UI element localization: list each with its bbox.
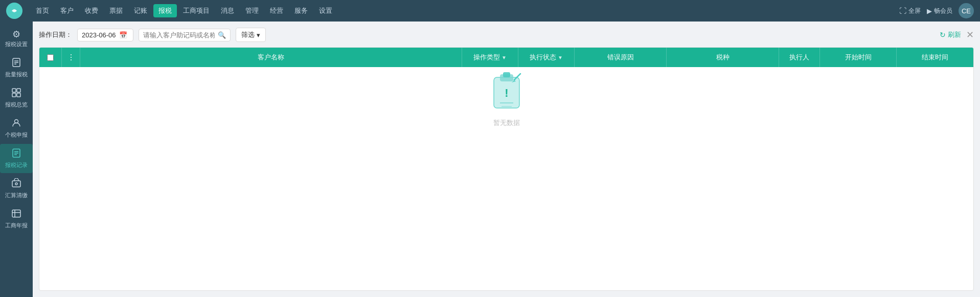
nav-item-fee[interactable]: 收费: [80, 4, 103, 17]
sidebar-item-tax-settings[interactable]: ⚙ 报税设置: [0, 26, 33, 52]
table-scroll-area: ! 暂无数据: [39, 67, 973, 290]
svg-rect-6: [17, 89, 20, 92]
annual-icon: [11, 208, 21, 220]
sidebar: ⚙ 报税设置 批量报税: [0, 22, 33, 297]
date-input[interactable]: 2023-06-06 📅: [77, 29, 133, 41]
nav-item-operation[interactable]: 经营: [265, 4, 288, 17]
refresh-btn[interactable]: ↻ 刷新: [940, 30, 961, 39]
svg-point-15: [15, 183, 17, 185]
member-label: 畅会员: [934, 7, 952, 15]
empty-text: 暂无数据: [493, 118, 520, 128]
toolbar: 操作日期： 2023-06-06 📅 🔍 筛选 ▾ ↻ 刷新 ✕: [39, 28, 974, 42]
th-executor: 执行人: [779, 48, 820, 67]
nav-item-settings[interactable]: 设置: [314, 4, 337, 17]
th-start-label: 开始时间: [845, 53, 872, 62]
th-taxtype: 税种: [667, 48, 779, 67]
svg-rect-5: [12, 89, 16, 92]
nav-items: 首页 客户 收费 票据 记账 报税 工商项目 消息 管理 经营 服务 设置: [31, 4, 899, 17]
th-status: 执行状态 ▼: [518, 48, 575, 67]
svg-rect-8: [17, 93, 20, 97]
sidebar-item-tax-records[interactable]: 报税记录: [0, 144, 33, 173]
fullscreen-icon: ⛶: [899, 7, 906, 15]
sidebar-item-label-batch-tax: 批量报税: [5, 71, 28, 78]
sidebar-item-label-settlement: 汇算清缴: [5, 192, 28, 199]
th-checkbox[interactable]: [39, 48, 62, 67]
date-value: 2023-06-06: [82, 31, 116, 39]
batch-tax-icon: [11, 57, 21, 69]
svg-rect-16: [12, 210, 20, 217]
fullscreen-label: 全屏: [908, 7, 921, 15]
th-end-label: 结束时间: [922, 53, 948, 62]
nav-item-manage[interactable]: 管理: [240, 4, 264, 17]
nav-item-bookkeeping[interactable]: 记账: [129, 4, 152, 17]
th-executor-label: 执行人: [789, 53, 809, 62]
th-taxtype-label: 税种: [716, 53, 730, 62]
empty-state: ! 暂无数据: [39, 67, 973, 128]
nav-item-business[interactable]: 工商项目: [178, 4, 215, 17]
svg-text:!: !: [505, 87, 508, 99]
content-area: 操作日期： 2023-06-06 📅 🔍 筛选 ▾ ↻ 刷新 ✕: [33, 22, 980, 297]
sidebar-item-label-tax-records: 报税记录: [5, 161, 28, 169]
nav-item-message[interactable]: 消息: [216, 4, 239, 17]
filter-label: 筛选: [241, 30, 255, 39]
chevron-down-icon: ▾: [257, 31, 260, 39]
th-optype-label: 操作类型: [473, 53, 500, 62]
sort-icon-optype: ▼: [502, 55, 507, 60]
sidebar-item-label-tax-settings: 报税设置: [5, 40, 28, 48]
sidebar-item-label-tax-overview: 报税总览: [5, 101, 28, 109]
th-start: 开始时间: [820, 48, 897, 67]
calendar-icon: 📅: [119, 31, 127, 39]
th-settings[interactable]: [62, 48, 80, 67]
search-input-wrapper[interactable]: 🔍: [139, 29, 231, 41]
filter-btn[interactable]: 筛选 ▾: [236, 28, 266, 42]
nav-item-client[interactable]: 客户: [55, 4, 79, 17]
nav-item-service[interactable]: 服务: [289, 4, 313, 17]
svg-rect-14: [12, 181, 20, 187]
empty-illustration: !: [484, 67, 530, 118]
sidebar-item-label-annual-report: 工商年报: [5, 222, 28, 229]
table-wrapper: 客户名称 操作类型 ▼ 执行状态 ▼ 错误原因 税种 执行人: [39, 47, 974, 291]
sidebar-item-label-personal-tax: 个税申报: [5, 131, 28, 139]
th-error-label: 错误原因: [607, 53, 634, 62]
th-error: 错误原因: [575, 48, 667, 67]
refresh-label: 刷新: [948, 30, 961, 39]
th-client-label: 客户名称: [258, 53, 284, 62]
th-status-label: 执行状态: [530, 53, 556, 62]
sort-icon-status: ▼: [558, 55, 563, 60]
svg-rect-7: [12, 93, 16, 97]
sidebar-item-settlement[interactable]: 汇算清缴: [0, 174, 33, 203]
th-optype: 操作类型 ▼: [462, 48, 518, 67]
settlement-icon: [11, 178, 21, 190]
sidebar-item-personal-tax[interactable]: 个税申报: [0, 114, 33, 143]
records-icon: [11, 148, 21, 160]
sidebar-item-batch-tax[interactable]: 批量报税: [0, 53, 33, 82]
avatar[interactable]: CE: [959, 3, 974, 18]
overview-icon: [11, 88, 21, 99]
fullscreen-btn[interactable]: ⛶ 全屏: [899, 7, 921, 15]
table-header: 客户名称 操作类型 ▼ 执行状态 ▼ 错误原因 税种 执行人: [39, 48, 973, 67]
th-client: 客户名称: [80, 48, 462, 67]
logo[interactable]: [6, 3, 22, 19]
sidebar-item-annual-report[interactable]: 工商年报: [0, 204, 33, 234]
top-nav: 首页 客户 收费 票据 记账 报税 工商项目 消息 管理 经营 服务 设置 ⛶ …: [0, 0, 980, 22]
member-icon: ▶: [927, 7, 932, 15]
right-actions: ⛶ 全屏 ▶ 畅会员 CE: [899, 3, 974, 18]
th-end: 结束时间: [897, 48, 973, 67]
settings-icon: ⚙: [12, 30, 20, 39]
nav-item-tax[interactable]: 报税: [153, 4, 177, 17]
member-btn[interactable]: ▶ 畅会员: [927, 7, 952, 15]
date-label: 操作日期：: [39, 30, 72, 39]
select-all-checkbox[interactable]: [47, 54, 54, 61]
close-btn[interactable]: ✕: [966, 30, 974, 39]
personal-icon: [11, 118, 21, 130]
nav-item-home[interactable]: 首页: [31, 4, 54, 17]
sidebar-item-tax-overview[interactable]: 报税总览: [0, 83, 33, 113]
nav-item-invoice[interactable]: 票据: [104, 4, 128, 17]
search-input[interactable]: [143, 31, 215, 39]
svg-rect-22: [503, 72, 510, 77]
column-settings-icon: [67, 53, 75, 61]
main-layout: ⚙ 报税设置 批量报税: [0, 22, 980, 297]
search-icon: 🔍: [218, 31, 226, 39]
refresh-icon: ↻: [940, 31, 946, 39]
